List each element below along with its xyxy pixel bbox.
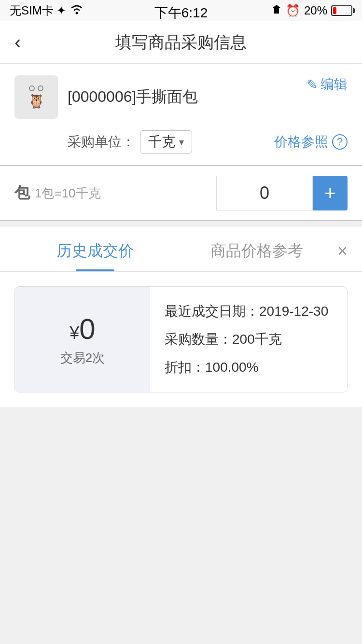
status-right: ⏰ 20% <box>271 4 352 17</box>
unit-select[interactable]: 千克 ▾ <box>140 130 192 154</box>
product-unit-row: 采购单位： 千克 ▾ 价格参照 ? <box>14 130 348 154</box>
location-icon <box>271 4 282 17</box>
nav-bar: ‹ 填写商品采购信息 <box>0 21 362 64</box>
edit-label: 编辑 <box>320 75 348 94</box>
alarm-icon: ⏰ <box>286 4 300 17</box>
quantity-section: 包 1包=10千克 0 + <box>0 165 362 221</box>
recent-date-row: 最近成交日期：2019-12-30 <box>165 301 333 322</box>
discount-row: 折扣：100.00% <box>165 357 333 378</box>
quantity-row: 包 1包=10千克 0 + <box>0 166 362 220</box>
back-button[interactable]: ‹ <box>14 31 21 53</box>
tabs-close-button[interactable]: × <box>337 227 348 271</box>
quantity-right: 0 + <box>216 176 348 210</box>
price-card-section: ¥0 交易2次 最近成交日期：2019-12-30 采购数量：200千克 折扣：… <box>0 272 362 407</box>
carrier-text: 无SIM卡 ✦ <box>10 3 66 18</box>
trade-count: 交易2次 <box>60 350 105 366</box>
svg-point-0 <box>76 12 78 14</box>
product-header: 🦉 [0000006]手撕面包 ✎ 编辑 <box>14 75 348 119</box>
unit-conversion: 1包=10千克 <box>35 185 101 202</box>
product-image: 🦉 <box>28 85 45 109</box>
card-left: ¥0 交易2次 <box>15 287 150 392</box>
product-left: 🦉 [0000006]手撕面包 <box>14 75 198 119</box>
quantity-left: 包 1包=10千克 <box>14 182 101 204</box>
price-reference-button[interactable]: 价格参照 ? <box>274 133 348 151</box>
tabs-header: 历史成交价 商品价格参考 × <box>0 227 362 272</box>
status-time: 下午6:12 <box>154 4 208 22</box>
battery-icon <box>331 5 352 16</box>
tab-history-price[interactable]: 历史成交价 <box>14 227 176 271</box>
unit-value: 千克 <box>148 133 175 151</box>
status-bar: 无SIM卡 ✦ 下午6:12 ⏰ 20% <box>0 0 362 21</box>
chevron-down-icon: ▾ <box>179 136 184 148</box>
tabs-section: 历史成交价 商品价格参考 × ¥0 交易2次 最近成交日期：2019-12-30 <box>0 227 362 407</box>
package-icon: 包 <box>14 182 30 204</box>
edit-icon: ✎ <box>306 77 318 93</box>
product-name: [0000006]手撕面包 <box>68 86 198 108</box>
unit-label: 采购单位： <box>68 133 135 151</box>
edit-button[interactable]: ✎ 编辑 <box>306 75 348 94</box>
tab-product-price-ref[interactable]: 商品价格参考 <box>176 227 337 271</box>
wifi-icon <box>70 4 84 17</box>
product-section: 🦉 [0000006]手撕面包 ✎ 编辑 采购单位： 千克 ▾ <box>0 64 362 165</box>
purchase-quantity-row: 采购数量：200千克 <box>165 329 333 350</box>
price-card: ¥0 交易2次 最近成交日期：2019-12-30 采购数量：200千克 折扣：… <box>14 286 348 392</box>
price-display: ¥0 <box>70 312 95 346</box>
help-icon: ? <box>332 134 348 150</box>
main-content: 🦉 [0000006]手撕面包 ✎ 编辑 采购单位： 千克 ▾ <box>0 64 362 407</box>
price-ref-label: 价格参照 <box>274 133 328 151</box>
product-thumbnail: 🦉 <box>14 75 58 119</box>
status-left: 无SIM卡 ✦ <box>10 3 84 18</box>
card-right: 最近成交日期：2019-12-30 采购数量：200千克 折扣：100.00% <box>150 287 347 392</box>
battery-percent: 20% <box>304 4 327 17</box>
quantity-input[interactable]: 0 <box>216 176 313 210</box>
quantity-plus-button[interactable]: + <box>313 176 348 210</box>
page-title: 填写商品采购信息 <box>115 31 247 54</box>
unit-selector-group: 采购单位： 千克 ▾ <box>68 130 192 154</box>
